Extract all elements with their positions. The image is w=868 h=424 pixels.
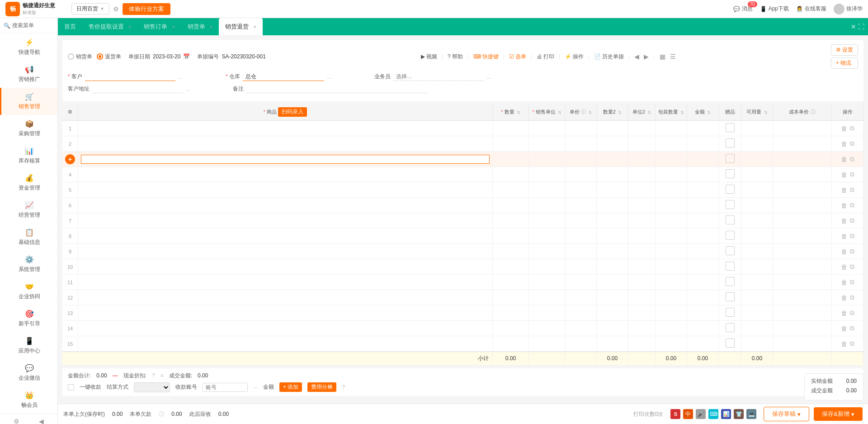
- amount-cell[interactable]: [687, 136, 719, 152]
- amount-cell[interactable]: [687, 259, 719, 275]
- qty2-cell[interactable]: [596, 182, 628, 198]
- nav-next-button[interactable]: ▶: [644, 53, 649, 60]
- gift-checkbox[interactable]: [726, 277, 735, 286]
- product-cell[interactable]: [78, 275, 493, 290]
- copy-row-icon[interactable]: ⧉: [850, 248, 854, 255]
- address-more-icon[interactable]: ...: [185, 86, 189, 92]
- qty2-cell[interactable]: [596, 136, 628, 152]
- unit2-cell[interactable]: [628, 182, 655, 198]
- copy-row-icon[interactable]: ⧉: [850, 309, 854, 317]
- add-payment-button[interactable]: + 添加: [279, 382, 302, 392]
- account-more-icon[interactable]: ···: [253, 384, 258, 391]
- amount-cell[interactable]: [687, 167, 719, 182]
- qty2-cell[interactable]: [596, 152, 628, 167]
- radio-delivery[interactable]: 销货单: [68, 53, 92, 61]
- unit-cell[interactable]: [528, 136, 565, 152]
- copy-row-icon[interactable]: ⧉: [850, 124, 854, 132]
- available-cell[interactable]: [741, 136, 773, 152]
- select-action-btn[interactable]: ☑ 选单: [509, 53, 526, 61]
- delete-row-icon[interactable]: 🗑: [841, 340, 847, 348]
- qty2-cell[interactable]: [596, 305, 628, 321]
- cost-price-cell[interactable]: [773, 136, 832, 152]
- taskbar-icon-7[interactable]: 💻: [746, 409, 756, 419]
- available-cell[interactable]: [741, 182, 773, 198]
- gift-cell[interactable]: [719, 290, 741, 305]
- unit2-cell[interactable]: [628, 259, 655, 275]
- settlement-method-select[interactable]: [134, 382, 170, 392]
- delete-row-icon[interactable]: 🗑: [841, 310, 847, 317]
- gift-cell[interactable]: [719, 136, 741, 152]
- available-cell[interactable]: [741, 259, 773, 275]
- tab-sales-delivery[interactable]: 销货单 ×: [181, 18, 219, 35]
- qty2-cell[interactable]: [596, 336, 628, 352]
- account-input[interactable]: [203, 383, 248, 392]
- header-settings-icon[interactable]: ⚙: [113, 5, 119, 13]
- trial-plan-button[interactable]: 体验行业方案: [123, 3, 170, 15]
- delete-row-icon[interactable]: 🗑: [841, 248, 847, 255]
- sidebar-item-sales-mgmt[interactable]: 🛒 销售管理: [0, 88, 57, 115]
- qty2-cell[interactable]: [596, 213, 628, 229]
- taskbar-icon-6[interactable]: 👕: [734, 409, 744, 419]
- gift-cell[interactable]: [719, 120, 741, 136]
- cost-price-cell[interactable]: [773, 259, 832, 275]
- shortcuts-action-btn[interactable]: ⌨ 快捷键: [473, 53, 499, 61]
- available-cell[interactable]: [741, 275, 773, 290]
- fee-split-button[interactable]: 费用分摊: [307, 382, 336, 392]
- radio-return[interactable]: 退货单: [97, 53, 121, 61]
- price-sort-icon[interactable]: ⇅: [588, 110, 592, 115]
- unit-cell[interactable]: [528, 182, 565, 198]
- product-cell[interactable]: [78, 290, 493, 305]
- pack-qty-cell[interactable]: [655, 275, 687, 290]
- sidebar-settings-icon[interactable]: ⚙: [14, 418, 19, 424]
- unit-cell[interactable]: [528, 336, 565, 352]
- unit2-cell[interactable]: [628, 136, 655, 152]
- print-action-btn[interactable]: 🖨 打印: [537, 53, 554, 61]
- staff-input[interactable]: [393, 72, 484, 81]
- gift-checkbox[interactable]: [726, 323, 735, 332]
- gift-checkbox[interactable]: [726, 231, 735, 240]
- copy-row-icon[interactable]: ⧉: [850, 263, 854, 271]
- available-cell[interactable]: [741, 305, 773, 321]
- gift-checkbox[interactable]: [726, 246, 735, 255]
- tab-close-sales-return[interactable]: ×: [253, 24, 256, 29]
- cost-price-cell[interactable]: [773, 213, 832, 229]
- qty-cell[interactable]: [492, 259, 528, 275]
- price-cell[interactable]: [565, 305, 596, 321]
- delete-row-icon[interactable]: 🗑: [841, 202, 847, 209]
- sidebar-item-finance[interactable]: 💰 资金管理: [0, 169, 57, 196]
- price-cell[interactable]: [565, 275, 596, 290]
- unit2-cell[interactable]: [628, 152, 655, 167]
- available-cell[interactable]: [741, 167, 773, 182]
- unit2-sort-icon[interactable]: ⇅: [647, 110, 651, 115]
- price-cell[interactable]: [565, 120, 596, 136]
- pack-qty-cell[interactable]: [655, 229, 687, 244]
- cost-price-cell[interactable]: [773, 152, 832, 167]
- fee-split-help-icon[interactable]: ?: [342, 384, 345, 391]
- copy-row-icon[interactable]: ⧉: [850, 324, 854, 332]
- video-action-btn[interactable]: ▶ 视频: [421, 53, 437, 61]
- delete-row-icon[interactable]: 🗑: [841, 233, 847, 240]
- nav-prev-button[interactable]: ◀: [634, 53, 639, 60]
- view-list-button[interactable]: ☰: [670, 53, 676, 60]
- pack-qty-cell[interactable]: [655, 182, 687, 198]
- qty-cell[interactable]: [492, 321, 528, 336]
- gift-cell[interactable]: [719, 305, 741, 321]
- pack-qty-cell[interactable]: [655, 259, 687, 275]
- qty2-cell[interactable]: [596, 244, 628, 259]
- qty-cell[interactable]: [492, 198, 528, 213]
- gift-cell[interactable]: [719, 198, 741, 213]
- product-cell[interactable]: [78, 244, 493, 259]
- qty2-cell[interactable]: [596, 290, 628, 305]
- available-cell[interactable]: [741, 290, 773, 305]
- gift-cell[interactable]: [719, 275, 741, 290]
- qty-cell[interactable]: [492, 213, 528, 229]
- daily-category-button[interactable]: 日用百货 ▼: [71, 3, 109, 14]
- pack-qty-cell[interactable]: [655, 213, 687, 229]
- delete-row-icon[interactable]: 🗑: [841, 217, 847, 224]
- product-cell[interactable]: [78, 120, 493, 136]
- add-logistics-button[interactable]: + 物流: [831, 57, 858, 69]
- available-sort-icon[interactable]: ⇅: [764, 110, 768, 115]
- user-profile-button[interactable]: 徐泽华: [834, 4, 863, 14]
- cost-info-icon[interactable]: ⓘ: [811, 109, 816, 114]
- tab-close-sales-order[interactable]: ×: [172, 24, 175, 29]
